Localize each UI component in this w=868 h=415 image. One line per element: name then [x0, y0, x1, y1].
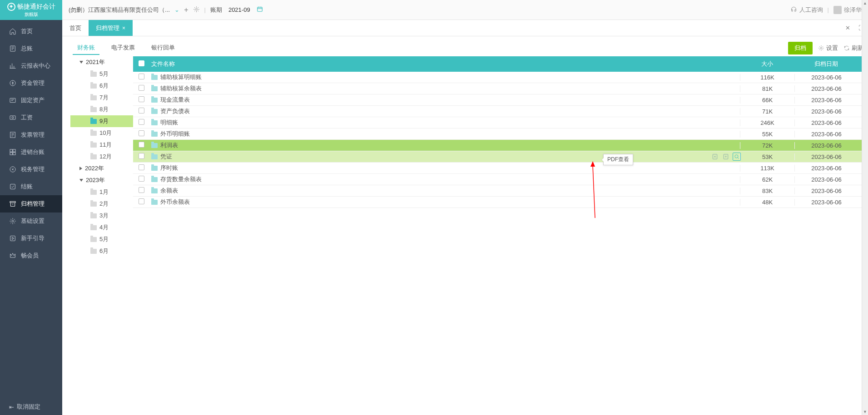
table-row-selected[interactable]: 利润表72K2023-06-06 [133, 140, 863, 151]
scroll-up-icon[interactable]: ▲ [862, 0, 868, 6]
nav-inventory[interactable]: 进销台账 [0, 143, 62, 161]
table-row[interactable]: 存货数量余额表62K2023-06-06 [133, 174, 863, 185]
close-all-icon[interactable]: ✕ [841, 20, 854, 36]
row-checkbox[interactable] [139, 85, 144, 91]
view-pdf-icon[interactable] [733, 153, 741, 161]
add-icon[interactable]: + [184, 6, 188, 14]
table-row[interactable]: 辅助核算明细账116K2023-06-06 [133, 72, 863, 83]
nav-guide[interactable]: 新手引导 [0, 230, 62, 247]
row-checkbox[interactable] [139, 119, 144, 125]
archive-button[interactable]: 归档 [788, 42, 813, 54]
refresh-link[interactable]: 刷新 [843, 44, 863, 52]
row-checkbox[interactable] [139, 74, 144, 79]
row-checkbox[interactable] [139, 187, 144, 193]
col-size[interactable]: 大小 [740, 60, 794, 68]
tab-home[interactable]: 首页 [62, 20, 89, 36]
tree-month[interactable]: 8月 [70, 104, 133, 115]
tree-month[interactable]: 6月 [70, 80, 133, 92]
row-checkbox[interactable] [139, 176, 144, 182]
vertical-scrollbar[interactable]: ▲ ▼ [862, 0, 868, 415]
select-all-checkbox[interactable] [139, 60, 144, 66]
row-checkbox[interactable] [139, 108, 144, 114]
row-checkbox[interactable] [139, 96, 144, 102]
support-button[interactable]: 人工咨询 [790, 6, 823, 14]
row-checkbox[interactable] [139, 198, 144, 204]
triangle-right-icon [79, 167, 82, 170]
table-header: 文件名称 大小 归档日期 [133, 56, 863, 72]
tree-month[interactable]: 6月 [70, 245, 133, 257]
tree-month[interactable]: 3月 [70, 210, 133, 222]
subtab-einvoice[interactable]: 电子发票 [103, 41, 143, 54]
nav-ledger[interactable]: 总账 [0, 40, 62, 57]
tree-month[interactable]: 1月 [70, 186, 133, 198]
row-checkbox[interactable] [139, 130, 144, 136]
nav-home[interactable]: 首页 [0, 23, 62, 40]
nav-label: 工资 [21, 114, 33, 122]
nav-invoice[interactable]: 发票管理 [0, 126, 62, 143]
tree-month[interactable]: 11月 [70, 139, 133, 151]
nav-salary[interactable]: 工资 [0, 109, 62, 126]
chevron-down-icon[interactable]: ⌄ [174, 6, 179, 13]
scroll-down-icon[interactable]: ▼ [862, 409, 868, 415]
subtab-bank[interactable]: 银行回单 [143, 41, 183, 54]
tree-year-2021[interactable]: 2021年 [70, 56, 133, 68]
table-row[interactable]: 序时账113K2023-06-06 [133, 163, 863, 174]
settings-icon[interactable] [193, 6, 200, 14]
tree-year-2022[interactable]: 2022年 [70, 163, 133, 174]
nav-funds[interactable]: 资金管理 [0, 74, 62, 92]
tree-month[interactable]: 5月 [70, 68, 133, 80]
company-selector[interactable]: (勿删）江西服宝精品有限责任公司（... [69, 6, 170, 14]
folder-icon [151, 188, 158, 193]
calendar-icon[interactable] [257, 6, 263, 14]
tree-month[interactable]: 12月 [70, 151, 133, 163]
nav-reports[interactable]: 云报表中心 [0, 57, 62, 74]
tree-month-active[interactable]: 9月 [70, 115, 133, 127]
folder-icon [90, 249, 97, 254]
nav-label: 发票管理 [21, 131, 45, 139]
close-icon[interactable]: × [122, 25, 125, 31]
folder-icon [90, 190, 97, 195]
nav-member[interactable]: 畅会员 [0, 247, 62, 264]
tree-month[interactable]: 2月 [70, 198, 133, 210]
money-icon [9, 79, 16, 87]
table-row[interactable]: 外币余额表48K2023-06-06 [133, 197, 863, 208]
nav-label: 首页 [21, 27, 33, 35]
nav-close[interactable]: 结账 [0, 178, 62, 195]
period-value[interactable]: 2021-09 [228, 6, 250, 13]
folder-icon [151, 75, 158, 80]
tree-month[interactable]: 10月 [70, 127, 133, 139]
subtab-financial[interactable]: 财务账 [69, 41, 103, 54]
nav-settings[interactable]: 基础设置 [0, 212, 62, 230]
tab-archive[interactable]: 归档管理 × [89, 20, 133, 36]
sidebar: ✦ 畅捷通好会计 旗舰版 首页 总账 云报表中心 资金管理 固定资产 工资 发票… [0, 0, 62, 415]
row-checkbox[interactable] [139, 142, 144, 148]
col-date[interactable]: 归档日期 [794, 60, 858, 68]
table-row[interactable]: 辅助核算余额表81K2023-06-06 [133, 83, 863, 94]
row-checkbox[interactable] [139, 153, 144, 159]
nav-tax[interactable]: 税务管理 [0, 161, 62, 178]
tree-month[interactable]: 7月 [70, 92, 133, 104]
tax-icon [9, 166, 16, 173]
nav-label: 畅会员 [21, 252, 39, 260]
settings-link[interactable]: 设置 [818, 44, 838, 52]
table-row-hover[interactable]: 凭证 53K 2023-06-06 [133, 151, 863, 163]
table-row[interactable]: 资产负债表71K2023-06-06 [133, 106, 863, 117]
tree: 2021年 5月 6月 7月 8月 9月 10月 11月 12月 2022年 2… [70, 56, 133, 415]
nav-archive[interactable]: 归档管理 [0, 195, 62, 212]
table-row[interactable]: 明细账246K2023-06-06 [133, 117, 863, 128]
download-pdf-icon[interactable] [722, 153, 730, 161]
nav-assets[interactable]: 固定资产 [0, 92, 62, 109]
table-row[interactable]: 外币明细账55K2023-06-06 [133, 128, 863, 140]
unpin-button[interactable]: ⇤ 取消固定 [0, 399, 62, 415]
asset-icon [9, 97, 16, 104]
user-menu[interactable]: 徐泽华 [833, 6, 862, 14]
col-name[interactable]: 文件名称 [149, 60, 740, 68]
download-xls-icon[interactable] [711, 153, 719, 161]
table-row[interactable]: 现金流量表66K2023-06-06 [133, 94, 863, 106]
row-checkbox[interactable] [139, 164, 144, 170]
tree-year-2023[interactable]: 2023年 [70, 174, 133, 186]
logo[interactable]: ✦ 畅捷通好会计 旗舰版 [0, 0, 62, 20]
tree-month[interactable]: 5月 [70, 233, 133, 245]
table-row[interactable]: 余额表83K2023-06-06 [133, 185, 863, 197]
tree-month[interactable]: 4月 [70, 222, 133, 233]
